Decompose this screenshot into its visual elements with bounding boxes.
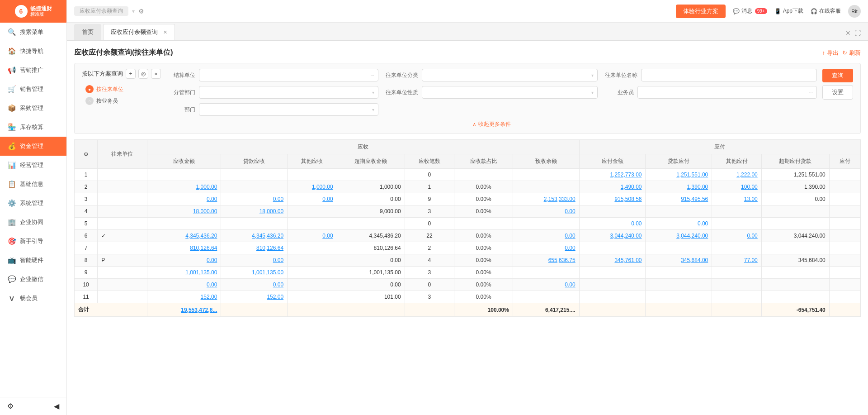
field-laiwai-nature-input[interactable]: ▾: [422, 86, 598, 99]
table-cell[interactable]: 810,126.64: [221, 242, 288, 254]
table-cell[interactable]: [513, 291, 579, 303]
sidebar-item-enterprise[interactable]: 🏢 企业协同: [0, 213, 66, 232]
table-cell[interactable]: [712, 218, 762, 230]
table-cell[interactable]: 18,000.00: [147, 205, 221, 218]
tab-home[interactable]: 首页: [74, 24, 101, 40]
table-cell[interactable]: 1,000.00: [288, 181, 337, 193]
th-settings[interactable]: ⚙: [75, 140, 98, 169]
table-cell[interactable]: [579, 291, 646, 303]
table-cell[interactable]: 345,761.00: [579, 254, 646, 267]
table-cell[interactable]: 100.00: [712, 181, 762, 193]
user-avatar[interactable]: Rit: [848, 5, 861, 18]
tab-close-window-icon[interactable]: ✕: [845, 29, 851, 37]
table-cell[interactable]: 18,000.00: [221, 205, 288, 218]
filter-tab-staff[interactable]: ○ 按业务员: [82, 95, 161, 107]
table-cell[interactable]: [513, 267, 579, 279]
table-cell[interactable]: 1,222.00: [712, 169, 762, 181]
table-cell[interactable]: [646, 279, 712, 291]
sidebar-item-wechat[interactable]: 💬 企业微信: [0, 270, 66, 289]
table-cell[interactable]: [288, 218, 337, 230]
export-button[interactable]: ↑ 导出: [822, 49, 839, 57]
table-cell[interactable]: 0.00: [288, 230, 337, 242]
sidebar-item-finance[interactable]: 💰 资金管理: [0, 137, 66, 156]
table-cell[interactable]: [147, 218, 221, 230]
table-cell[interactable]: [646, 267, 712, 279]
table-cell[interactable]: 0.00: [147, 254, 221, 267]
refresh-button[interactable]: ↻ 刷新: [842, 49, 861, 57]
sidebar-item-quick[interactable]: 🏠 快捷导航: [0, 42, 66, 61]
table-cell[interactable]: 0.00: [221, 279, 288, 291]
table-cell[interactable]: 0.00: [147, 193, 221, 205]
table-cell[interactable]: [288, 205, 337, 218]
promo-button[interactable]: 体验行业方案: [676, 5, 726, 18]
collapse-button[interactable]: ∧ 收起更多条件: [472, 120, 511, 128]
table-cell[interactable]: [712, 267, 762, 279]
table-cell[interactable]: [712, 205, 762, 218]
tab-close-icon[interactable]: ✕: [163, 29, 167, 35]
table-cell[interactable]: [147, 169, 221, 181]
table-cell[interactable]: 3,044,240.00: [579, 230, 646, 242]
sidebar-item-guide[interactable]: 🎯 新手引导: [0, 232, 66, 251]
tab-ar-ap[interactable]: 应收应付余额查询 ✕: [103, 24, 175, 40]
header-gear-icon[interactable]: ⚙: [138, 8, 144, 15]
table-cell[interactable]: 0.00: [513, 205, 579, 218]
table-cell[interactable]: [513, 218, 579, 230]
table-cell[interactable]: [221, 181, 288, 193]
setting-button[interactable]: 设置: [822, 85, 853, 100]
add-query-icon[interactable]: +: [126, 69, 136, 79]
table-cell[interactable]: [646, 242, 712, 254]
table-cell[interactable]: 0.00: [646, 218, 712, 230]
table-cell[interactable]: [221, 218, 288, 230]
table-cell[interactable]: 655,636.75: [513, 254, 579, 267]
table-cell[interactable]: 1,251,551.00: [646, 169, 712, 181]
sidebar-item-purchase[interactable]: 📦 采购管理: [0, 99, 66, 118]
table-cell[interactable]: 152.00: [221, 291, 288, 303]
table-cell[interactable]: 1,490.00: [579, 181, 646, 193]
table-cell[interactable]: [579, 242, 646, 254]
table-cell[interactable]: [579, 279, 646, 291]
table-cell[interactable]: [712, 242, 762, 254]
collapse-query-icon[interactable]: «: [151, 69, 161, 79]
table-cell[interactable]: [712, 279, 762, 291]
table-cell[interactable]: 4,345,436.20: [147, 230, 221, 242]
sidebar-item-basic[interactable]: 📋 基础信息: [0, 175, 66, 194]
table-cell[interactable]: 0.00: [147, 279, 221, 291]
table-cell[interactable]: 0.00: [221, 254, 288, 267]
table-cell[interactable]: [288, 267, 337, 279]
sidebar-item-hardware[interactable]: 📺 智能硬件: [0, 251, 66, 270]
settings-gear-icon[interactable]: ⚙: [84, 151, 89, 157]
field-fenguan-input[interactable]: ▾: [199, 86, 378, 99]
table-cell[interactable]: [712, 291, 762, 303]
tab-maximize-icon[interactable]: ⛶: [854, 29, 861, 37]
sidebar-item-search[interactable]: 🔍 搜索菜单: [0, 23, 66, 42]
field-business-input[interactable]: ···: [637, 86, 817, 99]
settings-icon[interactable]: ⚙: [7, 402, 14, 410]
sidebar-item-system[interactable]: ⚙️ 系统管理: [0, 194, 66, 213]
table-cell[interactable]: 1,390.00: [646, 181, 712, 193]
table-cell[interactable]: [288, 291, 337, 303]
sidebar-item-sales[interactable]: 🛒 销售管理: [0, 80, 66, 99]
table-cell[interactable]: [288, 242, 337, 254]
sidebar-item-inventory[interactable]: 🏪 库存核算: [0, 118, 66, 137]
table-cell[interactable]: 13.00: [712, 193, 762, 205]
table-cell[interactable]: [288, 279, 337, 291]
collapse-sidebar-icon[interactable]: ◀: [54, 402, 59, 410]
sidebar-item-operation[interactable]: 📊 经营管理: [0, 156, 66, 175]
field-laiwai-name-input[interactable]: [641, 69, 817, 81]
app-download-btn[interactable]: 📱 App下载: [774, 7, 803, 15]
table-cell[interactable]: [513, 169, 579, 181]
table-cell[interactable]: 1,001,135.00: [147, 267, 221, 279]
field-laiwai-type-input[interactable]: ▾: [422, 69, 598, 81]
table-cell[interactable]: 1,252,773.00: [579, 169, 646, 181]
target-query-icon[interactable]: ◎: [138, 69, 148, 79]
table-cell[interactable]: 0.00: [712, 230, 762, 242]
table-cell[interactable]: 0.00: [513, 279, 579, 291]
table-cell[interactable]: [579, 267, 646, 279]
service-btn[interactable]: 🎧 在线客服: [811, 7, 841, 15]
table-cell[interactable]: 915,508.56: [579, 193, 646, 205]
message-btn[interactable]: 💬 消息 99+: [733, 7, 767, 15]
field-dept-input[interactable]: ▾: [199, 103, 378, 116]
table-cell[interactable]: 0.00: [288, 193, 337, 205]
table-cell[interactable]: [579, 205, 646, 218]
filter-tab-partner[interactable]: ● 按往来单位: [82, 83, 161, 95]
